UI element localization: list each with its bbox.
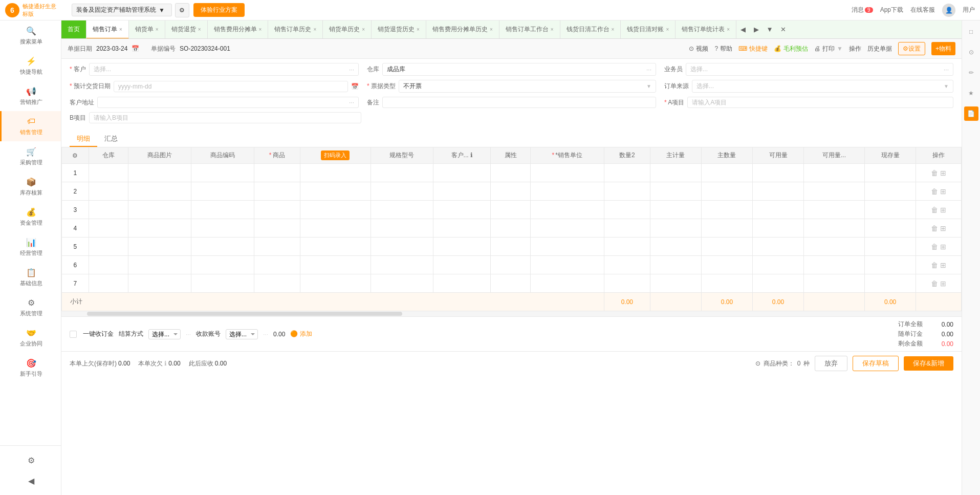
sidebar-settings[interactable]: ⚙ xyxy=(0,450,61,470)
row-spec-2[interactable] xyxy=(371,182,433,201)
row-copy-1[interactable]: ⊞ xyxy=(940,169,946,177)
tab-8[interactable]: 销售费用分摊单历史× xyxy=(426,20,499,38)
row-customer-code-2[interactable] xyxy=(433,182,491,201)
row-attr-3[interactable] xyxy=(491,201,530,219)
sidebar-item-6[interactable]: 💰资金管理 xyxy=(0,202,61,232)
row-spec-1[interactable] xyxy=(371,164,433,182)
settings-toolbar-btn[interactable]: ⚙ 设置 xyxy=(898,42,925,55)
calendar2-icon[interactable]: 📅 xyxy=(351,83,359,90)
sidebar-item-1[interactable]: ⚡快捷导航 xyxy=(0,51,61,81)
row-product-5[interactable] xyxy=(254,238,300,256)
tab-1[interactable]: 销售订单× xyxy=(86,20,129,39)
right-panel-circle[interactable]: ⊙ xyxy=(964,45,978,59)
row-spec-3[interactable] xyxy=(371,201,433,219)
row-unit-4[interactable] xyxy=(530,219,604,238)
row-main-qty-2[interactable] xyxy=(701,182,752,201)
sidebar-item-4[interactable]: 🛒采购管理 xyxy=(0,141,61,171)
row-main-qty-1[interactable] xyxy=(701,164,752,182)
account-select[interactable]: 选择... xyxy=(226,329,258,339)
row-main-qty-3[interactable] xyxy=(701,201,752,219)
row-warehouse-6[interactable] xyxy=(89,256,128,274)
tab-close-6[interactable]: × xyxy=(362,27,365,32)
row-unit-5[interactable] xyxy=(530,238,604,256)
remark-input[interactable] xyxy=(382,97,656,108)
sidebar-item-8[interactable]: 📋基础信息 xyxy=(0,262,61,292)
scrollbar-thumb[interactable] xyxy=(87,312,402,316)
row-main-qty-4[interactable] xyxy=(701,219,752,238)
row-qty2-6[interactable] xyxy=(604,256,650,274)
horizontal-scrollbar[interactable] xyxy=(61,311,962,316)
tab-2[interactable]: 销货单× xyxy=(129,20,165,38)
row-attr-6[interactable] xyxy=(491,256,530,274)
sidebar-item-5[interactable]: 📦库存核算 xyxy=(0,171,61,202)
invoice-select[interactable]: 不开票 ▼ xyxy=(399,80,656,93)
row-code-3[interactable] xyxy=(191,201,254,219)
print-btn[interactable]: 🖨 打印 ▼ xyxy=(814,45,843,53)
row-customer-code-3[interactable] xyxy=(433,201,491,219)
a-project-input[interactable] xyxy=(687,97,953,108)
col-scan[interactable]: 扫码录入 xyxy=(300,147,371,164)
row-unit-2[interactable] xyxy=(530,182,604,201)
shortcut-btn[interactable]: ⌨ 快捷键 xyxy=(738,45,768,53)
tab-close-1[interactable]: × xyxy=(119,27,122,32)
history-btn[interactable]: 历史单据 xyxy=(867,45,892,53)
row-delete-2[interactable]: 🗑 xyxy=(931,187,938,196)
sidebar-item-10[interactable]: 🤝企业协同 xyxy=(0,322,61,353)
solution-button[interactable]: 体验行业方案 xyxy=(193,3,245,17)
row-copy-2[interactable]: ⊞ xyxy=(940,187,946,196)
address-select[interactable]: ··· xyxy=(97,97,359,108)
row-warehouse-4[interactable] xyxy=(89,219,128,238)
calendar-icon[interactable]: 📅 xyxy=(132,45,139,52)
row-warehouse-3[interactable] xyxy=(89,201,128,219)
tab-prev-btn[interactable]: ◀ xyxy=(736,20,750,39)
scan-input-btn[interactable]: 扫码录入 xyxy=(321,150,350,160)
customer-select[interactable]: 选择... ··· xyxy=(89,63,359,76)
row-unit-1[interactable] xyxy=(530,164,604,182)
row-main-qty-6[interactable] xyxy=(701,256,752,274)
tab-menu-btn[interactable]: ▼ xyxy=(763,20,776,39)
tab-0[interactable]: 首页 xyxy=(61,20,86,38)
tab-close-9[interactable]: × xyxy=(551,27,554,32)
tab-close-5[interactable]: × xyxy=(313,27,316,32)
help-btn[interactable]: ? 帮助 xyxy=(714,45,732,53)
tab-9[interactable]: 销售订单工作台× xyxy=(499,20,560,38)
row-warehouse-5[interactable] xyxy=(89,238,128,256)
row-customer-code-5[interactable] xyxy=(433,238,491,256)
row-delete-6[interactable]: 🗑 xyxy=(931,261,938,269)
row-product-1[interactable] xyxy=(254,164,300,182)
row-copy-4[interactable]: ⊞ xyxy=(940,224,946,232)
salesperson-select[interactable]: 选择... ··· xyxy=(686,63,953,76)
warehouse-select[interactable]: 成品库 ··· xyxy=(382,63,656,76)
profit-btn[interactable]: 💰 毛利预估 xyxy=(774,45,808,53)
row-qty2-1[interactable] xyxy=(604,164,650,182)
row-warehouse-7[interactable] xyxy=(89,274,128,293)
add-payment-btn[interactable]: 🟠 添加 xyxy=(290,330,312,338)
right-panel-edit[interactable]: ✏ xyxy=(964,66,978,80)
tab-close-10[interactable]: × xyxy=(612,27,615,32)
row-product-4[interactable] xyxy=(254,219,300,238)
row-qty2-2[interactable] xyxy=(604,182,650,201)
sidebar-item-2[interactable]: 📢营销推广 xyxy=(0,81,61,111)
one-click-checkbox[interactable] xyxy=(70,331,77,338)
row-spec-5[interactable] xyxy=(371,238,433,256)
row-unit-7[interactable] xyxy=(530,274,604,293)
row-delete-3[interactable]: 🗑 xyxy=(931,206,938,214)
row-attr-2[interactable] xyxy=(491,182,530,201)
tab-close-2[interactable]: × xyxy=(156,27,159,32)
row-attr-4[interactable] xyxy=(491,219,530,238)
row-main-qty-7[interactable] xyxy=(701,274,752,293)
row-code-5[interactable] xyxy=(191,238,254,256)
save-new-button[interactable]: 保存&新增 xyxy=(904,356,953,371)
row-spec-7[interactable] xyxy=(371,274,433,293)
tab-close-11[interactable]: × xyxy=(666,27,669,32)
row-warehouse-2[interactable] xyxy=(89,182,128,201)
right-panel-view[interactable]: □ xyxy=(964,25,978,39)
row-qty2-7[interactable] xyxy=(604,274,650,293)
row-unit-6[interactable] xyxy=(530,256,604,274)
row-main-qty-5[interactable] xyxy=(701,238,752,256)
tab-summary[interactable]: 汇总 xyxy=(97,132,125,147)
system-selector[interactable]: 装备及固定资产辅助管理系统 ▼ xyxy=(72,4,172,16)
tab-12[interactable]: 销售订单统计表× xyxy=(676,20,736,38)
row-attr-5[interactable] xyxy=(491,238,530,256)
notification-item[interactable]: 消息9 xyxy=(852,6,873,14)
